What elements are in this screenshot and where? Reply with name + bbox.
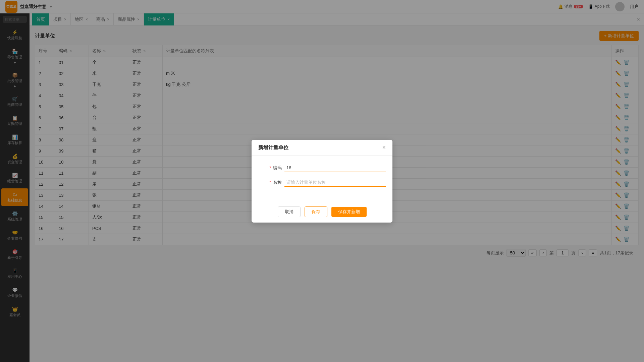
cancel-button[interactable]: 取消 — [278, 206, 301, 217]
name-input[interactable] — [284, 178, 386, 187]
required-mark-code: * — [269, 165, 271, 170]
modal-title: 新增计量单位 — [258, 144, 288, 151]
modal-header: 新增计量单位 × — [252, 140, 392, 156]
modal-footer: 取消 保存 保存并新增 — [252, 201, 392, 223]
code-input[interactable] — [284, 164, 386, 172]
form-row-name: * 名称 — [258, 178, 386, 187]
save-and-new-button[interactable]: 保存并新增 — [331, 207, 367, 217]
app-container: 益嘉通 益嘉通好生意 ▼ 🔔 消息 99+ 📱 App下载 用户 — [0, 0, 644, 362]
form-label-code: * 编码 — [258, 165, 282, 171]
add-unit-modal: 新增计量单位 × * 编码 * 名称 — [252, 140, 392, 223]
modal-close-button[interactable]: × — [382, 144, 386, 150]
form-row-code: * 编码 — [258, 164, 386, 172]
required-mark-name: * — [269, 180, 271, 185]
form-label-name: * 名称 — [258, 179, 282, 185]
modal-body: * 编码 * 名称 — [252, 156, 392, 201]
save-button[interactable]: 保存 — [305, 206, 327, 217]
modal-overlay: 新增计量单位 × * 编码 * 名称 — [0, 0, 644, 362]
